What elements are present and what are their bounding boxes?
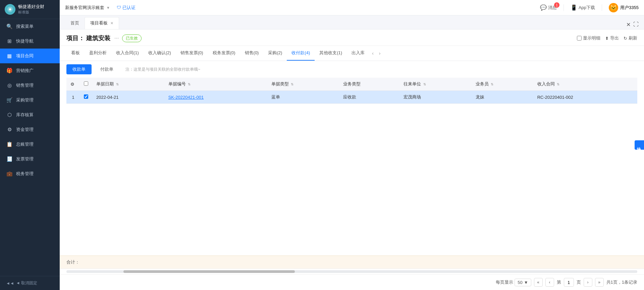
home-icon: ⊞ — [6, 38, 13, 44]
col-income-contract[interactable]: 收入合同 ⇅ — [533, 78, 637, 91]
refresh-label: 刷新 — [629, 35, 637, 41]
total-info: 共1页，1条记录 — [606, 279, 637, 285]
sidebar-item-inventory[interactable]: ⬡ 库存核算 — [0, 107, 60, 122]
sidebar-item-quick-nav[interactable]: ⊞ 快捷导航 — [0, 34, 60, 49]
sub-tabs-prev-arrow[interactable]: ‹ — [369, 47, 376, 60]
account-selector[interactable]: 新服务官网演示账套 ▼ — [65, 5, 110, 11]
row-income-contract: RC-20220401-002 — [533, 91, 637, 104]
quick-action-float-button[interactable]: 快捷功能 — [635, 140, 644, 150]
sidebar-item-project-contract-label: 项目合同 — [16, 53, 34, 59]
sidebar-item-quick-nav-label: 快捷导航 — [16, 38, 34, 44]
purchase-icon: 🛒 — [6, 97, 13, 103]
tab-project-board[interactable]: 项目看板 ✕ — [85, 17, 119, 29]
sidebar-item-project-contract[interactable]: ▦ 项目合同 — [0, 49, 60, 63]
sidebar-scroll: 🔍 搜索菜单 ⊞ 快捷导航 ▦ 项目合同 🎁 营销推广 ◎ 销售管理 🛒 采购管… — [0, 19, 60, 276]
project-name: 建筑安装 — [86, 35, 110, 42]
ledger-icon: 📋 — [6, 141, 13, 147]
table-wrap: ⚙ 单据日期 ⇅ 单据编号 ⇅ — [60, 78, 644, 256]
sidebar-unpin-button[interactable]: ◄◄ ◄ 取消固定 — [0, 276, 60, 290]
project-more-button[interactable]: ··· — [114, 35, 119, 41]
project-label: 项目： 建筑安装 — [66, 34, 110, 42]
col-salesperson[interactable]: 业务员 ⇅ — [472, 78, 533, 91]
row-type: 蓝单 — [267, 91, 339, 104]
sub-tab-other-income[interactable]: 其他收支(1) — [315, 46, 347, 61]
sub-tab-sales-invoice[interactable]: 销售发票(0) — [176, 46, 208, 61]
sub-tab-sales[interactable]: 销售(0) — [240, 46, 264, 61]
sub-tab-receipt-payment[interactable]: 收付款(4) — [287, 46, 315, 61]
close-window-button[interactable]: ✕ — [626, 21, 631, 28]
sub-tab-tax-invoice[interactable]: 税务发票(0) — [208, 46, 240, 61]
app-download-button[interactable]: 📱 App下载 — [571, 4, 595, 11]
sidebar-item-sales-label: 销售管理 — [16, 82, 34, 88]
sub-tabs-next-arrow[interactable]: › — [376, 47, 383, 60]
row-checkbox-cell[interactable] — [80, 91, 92, 104]
col-number[interactable]: 单据编号 ⇅ — [164, 78, 267, 91]
col-date[interactable]: 单据日期 ⇅ — [92, 78, 164, 91]
export-button[interactable]: ⬆ 导出 — [605, 35, 619, 41]
user-menu[interactable]: 🐱 用户3355 — [609, 3, 639, 12]
inner-tab-payment[interactable]: 付款单 — [94, 64, 119, 74]
show-detail-checkbox[interactable] — [577, 36, 582, 41]
page-number-input[interactable] — [564, 278, 574, 287]
sub-tab-profit[interactable]: 盈利分析 — [85, 46, 111, 61]
sidebar-item-tax[interactable]: 💼 税务管理 — [0, 166, 60, 181]
page-size-prefix: 每页显示 — [496, 279, 513, 285]
maximize-window-button[interactable]: ⛶ — [633, 21, 639, 28]
account-chevron-icon: ▼ — [106, 6, 110, 10]
sub-tab-kanban[interactable]: 看板 — [66, 46, 85, 61]
message-button[interactable]: 💬 消息 1 — [540, 4, 557, 11]
account-name: 新服务官网演示账套 — [65, 5, 104, 11]
app-download-label: App下载 — [579, 5, 595, 11]
refresh-button[interactable]: ↻ 刷新 — [624, 35, 637, 41]
col-biz-type: 业务类型 — [339, 78, 399, 91]
sub-tab-income-confirm[interactable]: 收入确认(2) — [144, 46, 176, 61]
sidebar-item-ledger[interactable]: 📋 总账管理 — [0, 137, 60, 152]
row-partner: 宏茂商场 — [399, 91, 472, 104]
message-icon: 💬 — [540, 4, 547, 11]
show-detail-label: 显示明细 — [583, 35, 600, 41]
tab-home[interactable]: 首页 — [65, 17, 85, 29]
table-scrollbar[interactable] — [60, 269, 644, 274]
table-row[interactable]: 1 2022-04-21 SK-20220421-001 蓝单 应收款 宏茂商场… — [66, 91, 637, 104]
row-number[interactable]: SK-20220421-001 — [164, 91, 267, 104]
show-detail-toggle[interactable]: 显示明细 — [577, 35, 600, 41]
float-btn-label: 快捷功能 — [637, 144, 641, 146]
col-type[interactable]: 单据类型 ⇅ — [267, 78, 339, 91]
col-partner[interactable]: 往来单位 ⇅ — [399, 78, 472, 91]
col-checkbox[interactable] — [80, 78, 92, 91]
sidebar-item-purchase[interactable]: 🛒 采购管理 — [0, 93, 60, 107]
inner-tab-receipt[interactable]: 收款单 — [66, 64, 92, 74]
row-biz-type: 应收款 — [339, 91, 399, 104]
row-number-link[interactable]: SK-20220421-001 — [168, 95, 204, 100]
settings-icon[interactable]: ⚙ — [70, 82, 74, 87]
tab-close-icon[interactable]: ✕ — [110, 21, 113, 25]
app-logo-icon — [5, 4, 15, 15]
select-all-checkbox[interactable] — [84, 81, 88, 86]
project-header-actions: 显示明细 ⬆ 导出 ↻ 刷新 — [577, 35, 637, 41]
scrollbar-thumb[interactable] — [123, 270, 295, 273]
prev-page-icon: ‹ — [549, 280, 550, 285]
sub-tab-purchase[interactable]: 采购(2) — [263, 46, 287, 61]
sub-tab-inout[interactable]: 出入库 — [347, 46, 369, 61]
col-settings[interactable]: ⚙ — [66, 78, 80, 91]
sidebar-logo: 畅捷通好业财 标准版 — [0, 0, 60, 19]
sub-tabs: 看板 盈利分析 收入合同(1) 收入确认(2) 销售发票(0) 税务发票(0) … — [60, 46, 644, 61]
next-page-button[interactable]: › — [584, 278, 592, 287]
sidebar-item-invoice[interactable]: 🧾 发票管理 — [0, 152, 60, 166]
first-page-button[interactable]: « — [534, 278, 543, 287]
last-page-icon: » — [598, 280, 600, 285]
sidebar-item-search[interactable]: 🔍 搜索菜单 — [0, 19, 60, 34]
sidebar-item-funds[interactable]: ⚙ 资金管理 — [0, 122, 60, 137]
sub-tab-income-contract[interactable]: 收入合同(1) — [111, 46, 144, 61]
sort-partner-icon: ⇅ — [423, 82, 426, 86]
marketing-icon: 🎁 — [6, 68, 13, 74]
horizontal-scrollbar[interactable] — [66, 270, 637, 273]
last-page-button[interactable]: » — [595, 278, 604, 287]
sidebar-item-marketing[interactable]: 🎁 营销推广 — [0, 63, 60, 78]
row-checkbox[interactable] — [84, 94, 88, 99]
refresh-icon: ↻ — [624, 36, 627, 41]
page-size-select-box[interactable]: 50 ▼ — [515, 279, 531, 286]
sidebar-item-sales[interactable]: ◎ 销售管理 — [0, 78, 60, 93]
message-badge: 1 — [554, 2, 559, 8]
prev-page-button[interactable]: ‹ — [545, 278, 554, 287]
